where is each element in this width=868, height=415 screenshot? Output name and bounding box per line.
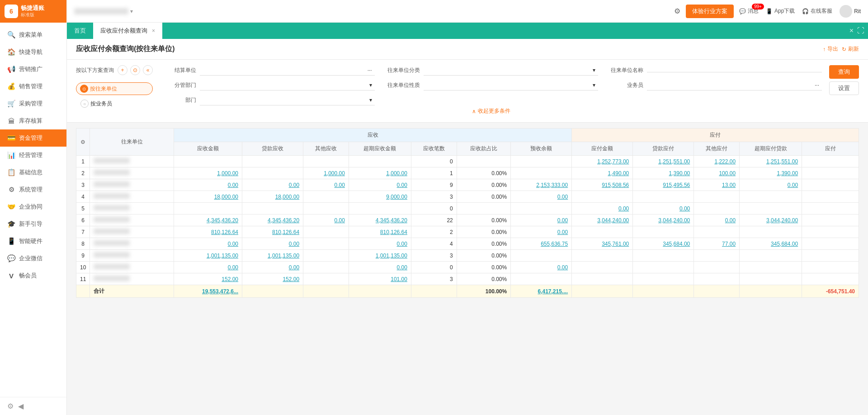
table-gear-icon[interactable]: ⚙ (80, 139, 85, 145)
sidebar-item-quicknav[interactable]: 🏠 快捷导航 (0, 43, 66, 61)
sidebar-item-sales[interactable]: 💰 销售管理 (0, 78, 66, 95)
sidebar-item-system[interactable]: ⚙ 系统管理 (0, 181, 66, 198)
sidebar-item-weixin[interactable]: 💬 企业微信 (0, 250, 66, 267)
cell-yingfu_qita[interactable]: 77.00 (694, 238, 740, 250)
cell-yingshou_je[interactable]: 0.00 (174, 179, 242, 191)
export-button[interactable]: ↑ 导出 (823, 45, 838, 53)
wanglai-xingzhi-input[interactable]: ▾ (424, 80, 599, 91)
cell-yingshou_qita[interactable]: 0.00 (303, 215, 349, 226)
cell-yingfu_je[interactable]: 345,761.00 (572, 238, 633, 250)
user-info[interactable]: Rit (840, 5, 861, 18)
cell-yingshou_chaoqi[interactable]: 101.00 (349, 273, 411, 285)
cell-yingfu_daikuan[interactable]: 0.00 (633, 203, 694, 215)
cell-yingfu_chaoqi[interactable]: 345,684.00 (740, 238, 802, 250)
cell-yingfu_chaoqi[interactable]: 0.00 (740, 179, 802, 191)
app-download-button[interactable]: 📱 App下载 (766, 7, 795, 15)
cell-yingshou_je[interactable]: 18,000.00 (174, 191, 242, 203)
cell-yingshou_daikuan[interactable]: 152.00 (242, 273, 303, 285)
cell-yingshou_je[interactable]: 1,000.00 (174, 167, 242, 179)
cell-yingshou_chaoqi[interactable]: 0.00 (349, 262, 411, 273)
sidebar-item-basic[interactable]: 📋 基础信息 (0, 164, 66, 181)
sidebar-item-capital[interactable]: 💳 资金管理 (0, 129, 66, 147)
cell-yingfu_qita[interactable]: 1,222.00 (694, 156, 740, 167)
window-max-icon[interactable]: ⛶ (857, 27, 864, 35)
cell-yingfu_qita[interactable]: 100.00 (694, 167, 740, 179)
sidebar-item-collab[interactable]: 🤝 企业协同 (0, 198, 66, 215)
cell-yingfu_chaoqi[interactable]: 3,044,240.00 (740, 215, 802, 226)
cell-yingshou_daikuan[interactable]: 18,000.00 (242, 191, 303, 203)
cell-yushou_yue[interactable]: 0.00 (511, 215, 572, 226)
cell-yingfu_je[interactable]: 1,252,773.00 (572, 156, 633, 167)
tab-current[interactable]: 应收应付余额查询 × (93, 23, 162, 39)
filter-option-wanglai[interactable]: ⊙ 按往来单位 (76, 82, 153, 95)
cell-yingshou_chaoqi[interactable]: 1,001,135.00 (349, 250, 411, 262)
window-close-icon[interactable]: × (849, 27, 854, 35)
cell-yingfu_chaoqi[interactable]: 1,251,551.00 (740, 156, 802, 167)
online-service-button[interactable]: 🎧 在线客服 (802, 7, 832, 15)
cell-yingshou_je[interactable]: 152.00 (174, 273, 242, 285)
cell-yingfu_qita[interactable]: 13.00 (694, 179, 740, 191)
filter-option-yewuyuan[interactable]: ○ 按业务员 (76, 98, 153, 110)
cell-yingshou_daikuan[interactable]: 0.00 (242, 262, 303, 273)
fenguan-input[interactable]: ▾ (200, 80, 375, 91)
th-gear[interactable]: ⚙ (76, 129, 90, 156)
cell-yingshou_je[interactable]: 0.00 (174, 262, 242, 273)
cell-yingshou_qita[interactable]: 1,000.00 (303, 167, 349, 179)
wanglai-type-input[interactable]: ▾ (424, 65, 599, 76)
refresh-button[interactable]: ↻ 刷新 (842, 45, 859, 53)
cell-yingshou_chaoqi[interactable]: 4,345,436.20 (349, 215, 411, 226)
cell-yingfu_chaoqi[interactable]: 1,390.00 (740, 167, 802, 179)
query-button[interactable]: 查询 (829, 65, 859, 79)
sidebar-item-vip[interactable]: V 畅会员 (0, 267, 66, 284)
cell-yingfu_je[interactable]: 915,508.56 (572, 179, 633, 191)
sidebar-item-inventory[interactable]: 🏛 库存核算 (0, 112, 66, 129)
tab-close-icon[interactable]: × (152, 28, 155, 34)
cell-yingshou_je[interactable]: 0.00 (174, 238, 242, 250)
collapse-conditions-button[interactable]: ∧ 收起更多条件 (160, 105, 822, 117)
add-scheme-button[interactable]: + (118, 65, 127, 75)
cell-yingshou_chaoqi[interactable]: 810,126.64 (349, 226, 411, 238)
cell-yingshou_je[interactable]: 810,126.64 (174, 226, 242, 238)
cell-yushou_yue[interactable]: 0.00 (511, 226, 572, 238)
cell-yingfu_daikuan[interactable]: 345,684.00 (633, 238, 694, 250)
cell-yingfu_qita[interactable]: 0.00 (694, 215, 740, 226)
sidebar-collapse-icon[interactable]: ◀ (18, 402, 24, 410)
message-button[interactable]: 💬 消息 99+ (739, 7, 759, 15)
cell-yingfu_je[interactable]: 0.00 (572, 203, 633, 215)
cell-yingshou_chaoqi[interactable]: 0.00 (349, 238, 411, 250)
cell-yingshou_je[interactable]: 1,001,135.00 (174, 250, 242, 262)
cell-yingshou_daikuan[interactable]: 810,126.64 (242, 226, 303, 238)
sidebar-item-guide[interactable]: 🎓 新手引导 (0, 215, 66, 233)
sidebar-item-purchase[interactable]: 🛒 采购管理 (0, 95, 66, 112)
gear-icon[interactable]: ⚙ (674, 7, 680, 15)
yewuyuan-input[interactable]: ··· (647, 80, 822, 91)
cell-yingfu_daikuan[interactable]: 915,495.56 (633, 179, 694, 191)
cell-yingfu_daikuan[interactable]: 3,044,240.00 (633, 215, 694, 226)
sidebar-item-marketing[interactable]: 📢 营销推广 (0, 61, 66, 78)
cell-yingfu_daikuan[interactable]: 1,390.00 (633, 167, 694, 179)
tab-home[interactable]: 首页 (67, 23, 93, 39)
cell-yingfu_je[interactable]: 1,490.00 (572, 167, 633, 179)
cell-yingshou_qita[interactable]: 0.00 (303, 179, 349, 191)
cell-yushou_yue[interactable]: 0.00 (511, 191, 572, 203)
cell-yingshou_daikuan[interactable]: 1,001,135.00 (242, 250, 303, 262)
cell-yingfu_daikuan[interactable]: 1,251,551.00 (633, 156, 694, 167)
cell-yingshou_daikuan[interactable]: 0.00 (242, 238, 303, 250)
cell-yingfu_je[interactable]: 3,044,240.00 (572, 215, 633, 226)
cell-yingshou_je[interactable]: 4,345,436.20 (174, 215, 242, 226)
sidebar-settings-icon[interactable]: ⚙ (7, 402, 14, 410)
sidebar-item-operations[interactable]: 📊 经营管理 (0, 147, 66, 164)
sidebar-item-search[interactable]: 🔍 搜索菜单 (0, 26, 66, 43)
scheme-settings-button[interactable]: ⊙ (130, 65, 140, 75)
scheme-collapse-button[interactable]: « (143, 65, 153, 75)
bumen-input[interactable]: ▾ (200, 95, 375, 105)
jiesuan-input[interactable]: ··· (200, 65, 375, 76)
breadcrumb-dropdown-icon[interactable]: ▾ (130, 8, 133, 14)
cell-yushou_yue[interactable]: 0.00 (511, 262, 572, 273)
wanglai-name-input[interactable] (647, 68, 822, 72)
cell-yingshou_chaoqi[interactable]: 1,000.00 (349, 167, 411, 179)
cell-yingshou_chaoqi[interactable]: 0.00 (349, 179, 411, 191)
setting-button[interactable]: 设置 (829, 81, 859, 95)
cell-yingshou_daikuan[interactable]: 0.00 (242, 179, 303, 191)
cell-yingshou_daikuan[interactable]: 4,345,436.20 (242, 215, 303, 226)
